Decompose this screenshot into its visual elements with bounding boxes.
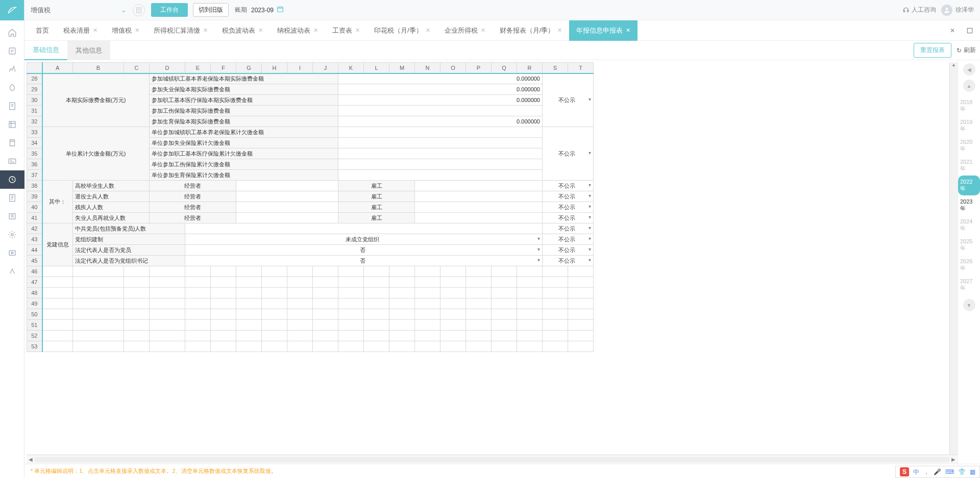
close-all-icon[interactable]: ✕: [946, 24, 959, 37]
sidebar-icon-5[interactable]: [0, 115, 24, 134]
row-48[interactable]: 48: [27, 288, 42, 298]
tab-4[interactable]: 税负波动表✕: [215, 20, 270, 41]
col-A[interactable]: A: [42, 63, 73, 73]
ime-lang[interactable]: 中: [913, 468, 919, 476]
row-36[interactable]: 36: [27, 159, 42, 170]
year-2026年[interactable]: 2026年: [958, 255, 980, 275]
tab-1[interactable]: 税表清册✕: [56, 20, 105, 41]
col-M[interactable]: M: [389, 63, 415, 73]
row-30[interactable]: 30: [27, 95, 42, 106]
g4-pub-43[interactable]: 不公示: [543, 234, 594, 245]
row-29[interactable]: 29: [27, 84, 42, 95]
g4-pub-45[interactable]: 不公示: [543, 256, 594, 266]
row-50[interactable]: 50: [27, 309, 42, 320]
refresh-button[interactable]: ↻ 刷新: [957, 46, 976, 55]
scroll-left-icon[interactable]: ◀: [27, 457, 35, 462]
sidebar-icon-6[interactable]: [0, 134, 24, 152]
sidebar-icon-9[interactable]: [0, 189, 24, 207]
year-prev-button[interactable]: ◀: [963, 63, 975, 76]
reset-button[interactable]: 重置报表: [914, 43, 951, 58]
g2-pub[interactable]: 不公示: [543, 127, 594, 181]
g4-pub-42[interactable]: 不公示: [543, 223, 594, 234]
g1-val-30[interactable]: 0.000000: [338, 95, 543, 106]
subtab-other[interactable]: 其他信息: [67, 41, 110, 60]
tab-10[interactable]: 年报信息申报表✕: [569, 20, 638, 41]
col-H[interactable]: H: [262, 63, 287, 73]
row-52[interactable]: 52: [27, 331, 42, 341]
col-G[interactable]: G: [236, 63, 262, 73]
col-C[interactable]: C: [124, 63, 150, 73]
sidebar-icon-13[interactable]: [0, 262, 24, 281]
spreadsheet[interactable]: ABCDEFGHIJKLMNOPQRST28本期实际缴费金额(万元)参加城镇职工…: [27, 62, 958, 455]
g1-val-28[interactable]: 0.000000: [338, 73, 543, 84]
g2-val-37[interactable]: [338, 170, 543, 181]
year-2020年[interactable]: 2020年: [958, 136, 980, 156]
year-2019年[interactable]: 2019年: [958, 116, 980, 136]
ime-toolbar[interactable]: S 中 ， 🎤 ⌨ 👕 ▦: [895, 466, 980, 478]
tab-close-icon[interactable]: ✕: [203, 27, 208, 34]
tab-close-icon[interactable]: ✕: [135, 27, 139, 34]
tab-close-icon[interactable]: ✕: [426, 27, 430, 34]
row-32[interactable]: 32: [27, 116, 42, 127]
scroll-up-icon[interactable]: ▲: [950, 62, 958, 69]
sidebar-icon-4[interactable]: [0, 97, 24, 115]
g2-val-35[interactable]: [338, 148, 543, 159]
col-P[interactable]: P: [466, 63, 492, 73]
row-38[interactable]: 38: [27, 181, 42, 191]
tab-0[interactable]: 首页: [29, 20, 56, 41]
ime-grid-icon[interactable]: ▦: [970, 468, 975, 475]
row-42[interactable]: 42: [27, 223, 42, 234]
col-B[interactable]: B: [73, 63, 124, 73]
row-41[interactable]: 41: [27, 213, 42, 223]
col-I[interactable]: I: [287, 63, 313, 73]
sidebar-icon-8[interactable]: [0, 170, 24, 189]
row-31[interactable]: 31: [27, 106, 42, 116]
row-37[interactable]: 37: [27, 170, 42, 181]
year-2024年[interactable]: 2024年: [958, 215, 980, 235]
year-2023年[interactable]: 2023年: [958, 195, 980, 215]
col-J[interactable]: J: [313, 63, 338, 73]
g1-val-32[interactable]: 0.000000: [338, 116, 543, 127]
ime-keyboard-icon[interactable]: ⌨: [945, 468, 954, 475]
row-53[interactable]: 53: [27, 341, 42, 352]
tab-close-icon[interactable]: ✕: [355, 27, 360, 34]
row-35[interactable]: 35: [27, 148, 42, 159]
subtab-basic[interactable]: 基础信息: [24, 41, 67, 60]
g2-val-36[interactable]: [338, 159, 543, 170]
g3-pub-40[interactable]: 不公示: [543, 202, 594, 213]
row-40[interactable]: 40: [27, 202, 42, 213]
year-2025年[interactable]: 2025年: [958, 235, 980, 255]
support-link[interactable]: 人工咨询: [902, 6, 936, 14]
g3-pub-38[interactable]: 不公示: [543, 181, 594, 191]
g3-pub-39[interactable]: 不公示: [543, 191, 594, 202]
g4-pub-44[interactable]: 不公示: [543, 245, 594, 256]
col-E[interactable]: E: [185, 63, 211, 73]
switch-old-button[interactable]: 切到旧版: [193, 3, 229, 17]
expand-icon[interactable]: [964, 24, 976, 37]
year-up-button[interactable]: ▲: [963, 80, 975, 92]
ime-mic-icon[interactable]: 🎤: [934, 468, 941, 475]
row-34[interactable]: 34: [27, 138, 42, 148]
tab-close-icon[interactable]: ✕: [626, 27, 630, 34]
tab-3[interactable]: 所得税汇算清缴✕: [146, 20, 215, 41]
tab-8[interactable]: 企业所得税✕: [437, 20, 493, 41]
row-47[interactable]: 47: [27, 277, 42, 288]
workspace-button[interactable]: 工作台: [151, 3, 188, 17]
g1-val-29[interactable]: 0.000000: [338, 84, 543, 95]
g3-pub-41[interactable]: 不公示: [543, 213, 594, 223]
tab-7[interactable]: 印花税（月/季）✕: [367, 20, 437, 41]
year-2027年[interactable]: 2027年: [958, 275, 980, 295]
col-L[interactable]: L: [364, 63, 389, 73]
g4-val-43[interactable]: 未成立党组织: [185, 234, 543, 245]
tab-2[interactable]: 增值税✕: [105, 20, 146, 41]
year-down-button[interactable]: ▼: [963, 299, 975, 311]
col-T[interactable]: T: [568, 63, 594, 73]
col-R[interactable]: R: [517, 63, 543, 73]
col-D[interactable]: D: [150, 63, 185, 73]
year-2018年[interactable]: 2018年: [958, 96, 980, 116]
row-43[interactable]: 43: [27, 234, 42, 245]
sidebar-icon-1[interactable]: [0, 42, 24, 60]
tax-type-dropdown[interactable]: 增值税 ⌄: [31, 6, 133, 15]
year-2021年[interactable]: 2021年: [958, 156, 980, 175]
g2-val-33[interactable]: [338, 127, 543, 138]
